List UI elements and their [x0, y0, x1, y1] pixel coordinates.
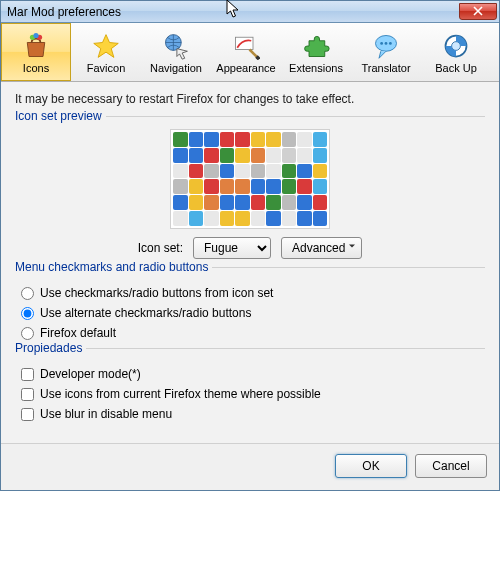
toolbar: Icons Favicon Navigation: [1, 23, 499, 82]
lifebuoy-icon: [441, 31, 471, 61]
svg-point-2: [33, 32, 38, 37]
preferences-window: Mar Mod preferences Icons: [0, 0, 500, 491]
tab-label: Navigation: [150, 63, 202, 74]
restart-note: It may be necessary to restart Firefox f…: [15, 92, 485, 106]
tab-label: Favicon: [87, 63, 126, 74]
check-label: Use blur in disable menu: [40, 407, 172, 421]
dialog-footer: OK Cancel: [1, 443, 499, 490]
radio-label: Use checkmarks/radio buttons from icon s…: [40, 286, 273, 300]
group-title: Icon set preview: [15, 109, 106, 123]
group-iconset-preview: Icon set preview Icon set: Fugue: [15, 116, 485, 259]
speech-icon: [371, 31, 401, 61]
cancel-button[interactable]: Cancel: [415, 454, 487, 478]
iconset-label: Icon set:: [138, 241, 183, 255]
tab-favicon[interactable]: Favicon: [71, 23, 141, 81]
tab-label: Back Up: [435, 63, 477, 74]
globe-arrow-icon: [161, 31, 191, 61]
content-area: It may be necessary to restart Firefox f…: [1, 82, 499, 443]
star-icon: [91, 31, 121, 61]
radio-iconset[interactable]: Use checkmarks/radio buttons from icon s…: [21, 286, 479, 300]
tab-icons[interactable]: Icons: [1, 23, 71, 81]
iconset-preview: [170, 129, 330, 229]
radio-input[interactable]: [21, 327, 34, 340]
radio-label: Use alternate checkmarks/radio buttons: [40, 306, 251, 320]
tab-extensions[interactable]: Extensions: [281, 23, 351, 81]
check-label: Use icons from current Firefox theme whe…: [40, 387, 321, 401]
window-title: Mar Mod preferences: [7, 5, 459, 19]
radio-input[interactable]: [21, 287, 34, 300]
bag-icon: [21, 31, 51, 61]
canvas-icon: [231, 31, 261, 61]
tab-translator[interactable]: Translator: [351, 23, 421, 81]
tab-appearance[interactable]: Appearance: [211, 23, 281, 81]
puzzle-icon: [301, 31, 331, 61]
svg-point-7: [385, 41, 388, 44]
check-use-blur[interactable]: Use blur in disable menu: [21, 407, 479, 421]
group-title: Propiedades: [15, 341, 86, 355]
group-properties: Propiedades Developer mode(*) Use icons …: [15, 348, 485, 421]
check-label: Developer mode(*): [40, 367, 141, 381]
advanced-button[interactable]: Advanced: [281, 237, 362, 259]
checkbox-input[interactable]: [21, 408, 34, 421]
group-menu-options: Menu checkmarks and radio buttons Use ch…: [15, 267, 485, 340]
tab-backup[interactable]: Back Up: [421, 23, 491, 81]
svg-point-6: [380, 41, 383, 44]
tab-label: Translator: [361, 63, 410, 74]
tab-label: Appearance: [216, 63, 275, 74]
check-developer[interactable]: Developer mode(*): [21, 367, 479, 381]
radio-alternate[interactable]: Use alternate checkmarks/radio buttons: [21, 306, 479, 320]
tab-navigation[interactable]: Navigation: [141, 23, 211, 81]
radio-default[interactable]: Firefox default: [21, 326, 479, 340]
checkbox-input[interactable]: [21, 388, 34, 401]
radio-input[interactable]: [21, 307, 34, 320]
radio-label: Firefox default: [40, 326, 116, 340]
iconset-select[interactable]: Fugue: [193, 237, 271, 259]
check-use-theme[interactable]: Use icons from current Firefox theme whe…: [21, 387, 479, 401]
tab-label: Extensions: [289, 63, 343, 74]
tab-label: Icons: [23, 63, 49, 74]
svg-point-10: [452, 41, 461, 50]
checkbox-input[interactable]: [21, 368, 34, 381]
ok-button[interactable]: OK: [335, 454, 407, 478]
iconset-row: Icon set: Fugue Advanced: [21, 237, 479, 259]
svg-point-8: [389, 41, 392, 44]
close-icon: [473, 6, 483, 16]
titlebar: Mar Mod preferences: [1, 1, 499, 23]
close-button[interactable]: [459, 3, 497, 20]
group-title: Menu checkmarks and radio buttons: [15, 260, 212, 274]
